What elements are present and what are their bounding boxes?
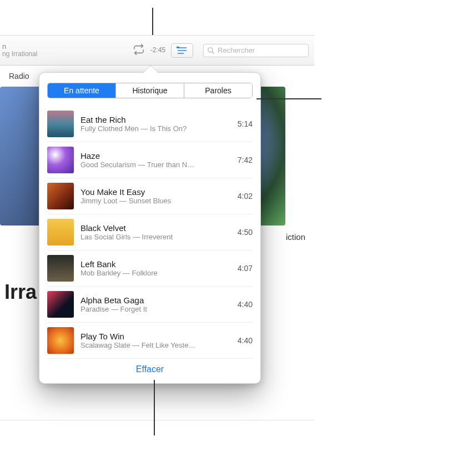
now-playing-right: -2:45 — [133, 43, 165, 57]
now-playing-text: n ng Irrational — [2, 43, 37, 58]
track-subtitle: Jimmy Loot — Sunset Blues — [80, 197, 231, 205]
page-title: Irra — [4, 280, 37, 304]
album-thumb-icon — [47, 327, 74, 354]
track-duration: 5:14 — [238, 119, 253, 128]
track-duration: 4:40 — [238, 300, 253, 309]
track-title: Haze — [80, 151, 231, 161]
toolbar: n ng Irrational -2:45 — [0, 35, 314, 66]
nav-item-radio[interactable]: Radio — [9, 72, 29, 81]
queue-list: Eat the Rich Fully Clothed Men — Is This… — [47, 106, 253, 358]
track-title: Black Velvet — [80, 223, 231, 233]
now-playing-title: n — [2, 43, 37, 51]
list-item-text: Play To Win Scalawag Slate — Felt Like Y… — [80, 332, 231, 349]
list-item[interactable]: You Make It Easy Jimmy Loot — Sunset Blu… — [47, 178, 253, 214]
now-playing: n ng Irrational -2:45 — [0, 43, 171, 58]
track-duration: 4:02 — [238, 192, 253, 201]
list-item-text: You Make It Easy Jimmy Loot — Sunset Blu… — [80, 187, 231, 205]
svg-rect-3 — [177, 47, 179, 48]
search-input[interactable]: Rechercher — [203, 44, 309, 57]
list-item-text: Eat the Rich Fully Clothed Men — Is This… — [80, 115, 231, 133]
toolbar-right: Rechercher — [171, 43, 314, 58]
track-title: Alpha Beta Gaga — [80, 295, 231, 305]
search-placeholder: Rechercher — [218, 46, 255, 54]
tab-queue[interactable]: En attente — [48, 83, 116, 98]
list-item[interactable]: Eat the Rich Fully Clothed Men — Is This… — [47, 106, 253, 142]
repeat-icon[interactable] — [133, 43, 145, 57]
track-subtitle: Scalawag Slate — Felt Like Yeste… — [80, 341, 231, 349]
list-item[interactable]: Alpha Beta Gaga Paradise — Forget It 4:4… — [47, 286, 253, 322]
track-subtitle: Good Secularism — Truer than N… — [80, 161, 231, 169]
tab-history[interactable]: Historique — [116, 83, 184, 98]
album-thumb-icon — [47, 111, 74, 137]
now-playing-subtitle: ng Irrational — [2, 51, 37, 58]
album-thumb-icon — [47, 291, 74, 318]
list-item[interactable]: Haze Good Secularism — Truer than N… 7:4… — [47, 142, 253, 178]
list-item-text: Haze Good Secularism — Truer than N… — [80, 151, 231, 169]
track-subtitle: Las Social Girls — Irreverent — [80, 233, 231, 241]
track-title: Eat the Rich — [80, 115, 231, 124]
track-subtitle: Fully Clothed Men — Is This On? — [80, 124, 231, 133]
list-item[interactable]: Black Velvet Las Social Girls — Irrevere… — [47, 214, 253, 250]
clear-row: Effacer — [47, 358, 253, 375]
caption-text: iction — [286, 232, 305, 242]
callout-line-icon — [256, 98, 321, 99]
track-duration: 4:07 — [238, 264, 253, 273]
album-thumb-icon — [47, 147, 74, 173]
list-item-text: Alpha Beta Gaga Paradise — Forget It — [80, 295, 231, 313]
clear-button[interactable]: Effacer — [136, 364, 164, 374]
track-duration: 7:42 — [238, 156, 253, 164]
svg-rect-2 — [178, 53, 184, 54]
callout-line-icon — [154, 380, 155, 435]
time-remaining: -2:45 — [150, 46, 165, 54]
track-duration: 4:50 — [238, 228, 253, 237]
track-title: Left Bank — [80, 259, 231, 269]
svg-line-5 — [212, 51, 214, 53]
tab-bar: En attente Historique Paroles — [47, 83, 253, 98]
list-item-text: Black Velvet Las Social Girls — Irrevere… — [80, 223, 231, 241]
album-thumb-icon — [47, 255, 74, 282]
list-item[interactable]: Left Bank Mob Barkley — Folklore 4:07 — [47, 250, 253, 286]
tab-lyrics[interactable]: Paroles — [184, 83, 252, 98]
track-title: You Make It Easy — [80, 187, 231, 197]
track-subtitle: Mob Barkley — Folklore — [80, 269, 231, 277]
track-duration: 4:40 — [238, 336, 253, 345]
album-thumb-icon — [47, 219, 74, 245]
list-item[interactable]: Play To Win Scalawag Slate — Felt Like Y… — [47, 322, 253, 358]
list-item-text: Left Bank Mob Barkley — Folklore — [80, 259, 231, 277]
queue-popover: En attente Historique Paroles Eat the Ri… — [39, 72, 261, 384]
queue-toggle-button[interactable] — [171, 43, 193, 58]
track-title: Play To Win — [80, 332, 231, 341]
album-thumb-icon — [47, 183, 74, 209]
svg-rect-1 — [178, 50, 187, 51]
track-subtitle: Paradise — Forget It — [80, 305, 231, 313]
callout-line-icon — [152, 8, 153, 35]
